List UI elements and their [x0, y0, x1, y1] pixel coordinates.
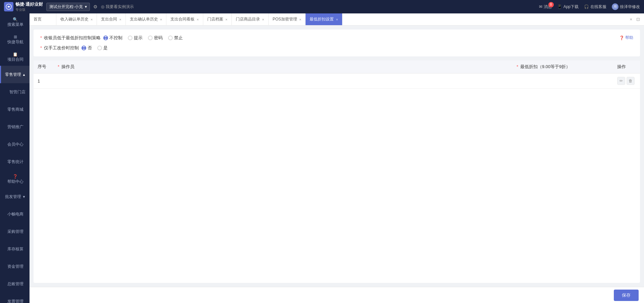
sidebar-item-purchase-mgmt[interactable]: 采购管理: [0, 223, 30, 240]
tab-payment-confirm-label: 支出确认单历史: [130, 16, 158, 22]
tab-close-payment-contract[interactable]: ×: [119, 17, 121, 21]
sidebar-label-marketing: 营销推广: [7, 124, 23, 130]
radio-yes-input[interactable]: [97, 46, 102, 50]
tab-payment-board[interactable]: 支出合同看板 ×: [166, 13, 203, 25]
messages-badge: 8: [548, 2, 554, 7]
sidebar-item-help-center[interactable]: ❓ 帮助中心: [0, 170, 30, 188]
user-button[interactable]: 用 徐泽华修改: [612, 3, 640, 10]
tab-close-payment-confirm[interactable]: ×: [160, 17, 162, 21]
tab-payment-contract[interactable]: 支出合同 ×: [97, 13, 125, 25]
tab-expand-button[interactable]: ⊡: [635, 16, 641, 22]
messages-button[interactable]: ✉ 消息 8: [539, 4, 552, 10]
sidebar-item-inventory[interactable]: 库存核算: [0, 240, 30, 258]
demo-text: 我要看实例演示: [106, 4, 134, 10]
sidebar-item-search[interactable]: 🔍 搜索菜单: [0, 13, 30, 31]
sidebar-item-quick-nav[interactable]: ⊞ 快捷导航: [0, 31, 30, 48]
sidebar-label-retail: 零售管理: [5, 72, 21, 78]
radio-group-1: 不控制 提示 密码 禁止: [103, 35, 183, 41]
sidebar-label-quick-nav: 快捷导航: [7, 39, 23, 45]
tab-payment-confirm[interactable]: 支出确认单历史 ×: [126, 13, 166, 25]
tab-close-store-file[interactable]: ×: [225, 17, 227, 21]
radio-no-control[interactable]: 不控制: [103, 35, 122, 41]
tab-store-file[interactable]: 门店档案 ×: [203, 13, 232, 25]
edition-text: 专业版: [15, 7, 43, 12]
sidebar-item-ecommerce[interactable]: 小畅电商: [0, 205, 30, 223]
save-button[interactable]: 保存: [614, 290, 639, 301]
cell-discount: [513, 73, 613, 89]
sidebar-item-project-contract[interactable]: 📋 项目合同: [0, 48, 30, 66]
edit-icon: ✏: [620, 79, 623, 83]
required-star-2: *: [40, 45, 42, 50]
message-icon: ✉: [539, 4, 542, 9]
content-area: 首页 收入确认单历史 × 支出合同 × 支出确认单历史 × 支出合同看板 ×: [30, 13, 644, 303]
sidebar-item-capital-mgmt[interactable]: 资金管理: [0, 258, 30, 275]
tab-payment-contract-label: 支出合同: [101, 16, 117, 22]
tab-pos-password[interactable]: POS加密管理 ×: [269, 13, 306, 25]
sidebar-label-member: 会员中心: [7, 142, 23, 147]
tab-income-confirm-label: 收入确认单历史: [60, 16, 89, 22]
tab-pos-password-label: POS加密管理: [273, 16, 297, 22]
tab-income-confirm[interactable]: 收入确认单历史 ×: [56, 13, 97, 25]
delete-row-button[interactable]: 🗑: [627, 77, 635, 85]
radio-forbid-input[interactable]: [168, 36, 173, 40]
project-name: 测试分开完程-小克: [49, 4, 83, 10]
sidebar-item-retail-mgmt[interactable]: 零售管理 ▲: [0, 66, 30, 83]
tab-close-store-products[interactable]: ×: [262, 17, 264, 21]
delete-icon: 🗑: [629, 79, 633, 83]
question-icon: ❓: [619, 36, 624, 40]
page-content: ❓ 帮助 * 收银员低于最低折扣控制策略 不控制: [30, 26, 644, 287]
radio-no-control-input[interactable]: [103, 36, 108, 40]
logo-main-text: 畅捷·通好业财: [15, 1, 43, 7]
sidebar-item-invoice-mgmt[interactable]: 发票管理: [0, 293, 30, 303]
app-download-button[interactable]: 📱 App下载: [557, 4, 579, 10]
radio-remind-label: 提示: [134, 35, 143, 41]
arrow-up-icon: ▲: [22, 73, 26, 77]
user-name: 徐泽华修改: [620, 4, 640, 10]
tab-close-income-confirm[interactable]: ×: [91, 17, 93, 21]
tab-close-payment-board[interactable]: ×: [197, 17, 199, 21]
radio-remind-input[interactable]: [128, 36, 132, 40]
sidebar-label-wholesale: 批发管理: [5, 194, 21, 200]
sidebar-item-wholesale-mgmt[interactable]: 批发管理 ▼: [0, 188, 30, 205]
demo-link[interactable]: ◎ 我要看实例演示: [101, 4, 134, 10]
radio-no-input[interactable]: [82, 46, 86, 50]
table-body: 1 ✏ 🗑: [34, 73, 640, 89]
tab-min-discount[interactable]: 最低折扣设置 ×: [306, 13, 342, 25]
table-header-row: 序号 * 操作员 * 最低折扣（9.00等于9折）: [34, 60, 640, 73]
tab-close-pos-password[interactable]: ×: [299, 17, 301, 21]
tab-store-products[interactable]: 门店商品目录 ×: [232, 13, 268, 25]
data-table: 序号 * 操作员 * 最低折扣（9.00等于9折）: [34, 60, 640, 89]
radio-password-input[interactable]: [148, 36, 153, 40]
customer-service-label: 在线客服: [590, 4, 606, 10]
col-header-action: 操作: [613, 60, 640, 73]
settings-button[interactable]: ⚙: [93, 4, 98, 9]
radio-yes[interactable]: 是: [97, 45, 108, 51]
customer-service-button[interactable]: 🎧 在线客服: [584, 4, 606, 10]
edit-row-button[interactable]: ✏: [617, 77, 625, 85]
header-right: ✉ 消息 8 📱 App下载 🎧 在线客服 用 徐泽华修改: [539, 3, 640, 10]
tab-close-min-discount[interactable]: ×: [336, 17, 338, 21]
project-selector[interactable]: 测试分开完程-小克 ▾: [46, 3, 90, 11]
sidebar-item-ledger-mgmt[interactable]: 总账管理: [0, 275, 30, 293]
tab-controls: × ⊡: [626, 13, 644, 25]
sidebar-item-retail-mall[interactable]: 零售商城: [0, 101, 30, 118]
contract-icon: 📋: [13, 52, 18, 57]
grid-icon: ⊞: [14, 35, 17, 39]
sidebar-item-member-center[interactable]: 会员中心: [0, 136, 30, 153]
sidebar-item-retail-stats[interactable]: 零售统计: [0, 153, 30, 170]
table-head: 序号 * 操作员 * 最低折扣（9.00等于9折）: [34, 60, 640, 73]
sidebar-item-smart-store[interactable]: 智营门店: [0, 83, 30, 101]
radio-password[interactable]: 密码: [148, 35, 163, 41]
field2-label: * 仅手工改价时控制: [40, 45, 79, 51]
tab-store-file-label: 门店档案: [207, 16, 223, 22]
radio-forbid[interactable]: 禁止: [168, 35, 183, 41]
radio-no[interactable]: 否: [82, 45, 92, 51]
tab-close-all-button[interactable]: ×: [628, 16, 634, 22]
sidebar-label-project: 项目合同: [7, 57, 23, 62]
help-button[interactable]: ❓ 帮助: [619, 35, 633, 41]
sidebar-item-marketing[interactable]: 营销推广: [0, 118, 30, 136]
top-header: 畅捷·通好业财 专业版 测试分开完程-小克 ▾ ⚙ ◎ 我要看实例演示 ✉ 消息…: [0, 0, 644, 13]
radio-remind[interactable]: 提示: [128, 35, 143, 41]
tab-home-label: 首页: [34, 16, 42, 22]
tab-home[interactable]: 首页: [30, 13, 56, 25]
